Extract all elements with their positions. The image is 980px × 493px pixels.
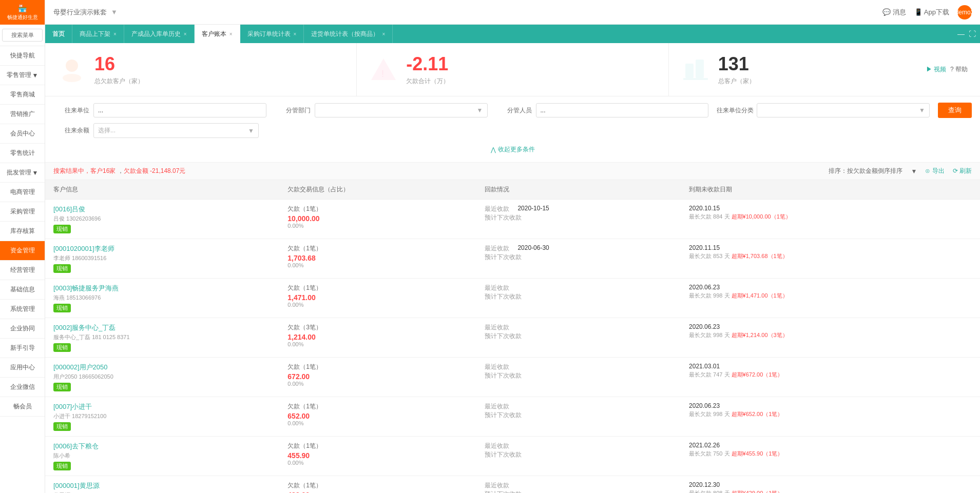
search-menu-button[interactable]: 搜索菜单 bbox=[2, 29, 43, 42]
export-icon: ⊙ bbox=[925, 167, 930, 174]
category-arrow-icon: ▼ bbox=[919, 107, 925, 114]
sidebar-item-label: 批发管理 bbox=[7, 168, 31, 177]
overdue-amount-link[interactable]: 超期¥10,000.00（1笔） bbox=[732, 213, 791, 220]
payback-cell: 最近收款 预计下次收款 bbox=[476, 279, 681, 318]
sidebar-item-ecommerce[interactable]: 电商管理 bbox=[0, 183, 45, 202]
tab-incoming-stats-close[interactable]: × bbox=[382, 31, 385, 37]
customer-badge: 现销 bbox=[53, 343, 71, 352]
debt-amount-value[interactable]: 10,000.00 bbox=[287, 214, 468, 223]
sidebar-item-retail-stats[interactable]: 零售统计 bbox=[0, 144, 45, 163]
debt-amount-value[interactable]: 1,214.00 bbox=[287, 333, 468, 341]
sidebar-item-retail-mgmt[interactable]: 零售管理 ▼ bbox=[0, 66, 45, 85]
table-row: [0002]服务中心_丁磊 服务中心_丁磊 181 0125 8371 现销 欠… bbox=[45, 318, 980, 358]
customer-info-cell: [0006]去下粮仓 陈小希 现销 bbox=[45, 437, 279, 476]
dept-select[interactable]: ▼ bbox=[315, 103, 488, 117]
tab-purchase-stats-label: 采购订单统计表 bbox=[247, 30, 291, 38]
help-btn[interactable]: ? 帮助 bbox=[950, 65, 968, 74]
overdue-amount-link[interactable]: 超期¥1,703.68（1笔） bbox=[732, 253, 788, 259]
debt-count-label: 欠款（1笔） bbox=[287, 402, 468, 411]
video-btn[interactable]: ▶ 视频 bbox=[926, 65, 946, 74]
customer-name-link[interactable]: [000001]黄思源 bbox=[53, 481, 271, 490]
tabs-bar: 首页 商品上下架 × 产成品入库单历史 × 客户账本 × 采购订单统计表 × 进… bbox=[45, 25, 980, 43]
tab-home[interactable]: 首页 bbox=[45, 25, 72, 43]
debt-amount-value[interactable]: 1,471.00 bbox=[287, 293, 468, 302]
sidebar-item-newbie[interactable]: 新手引导 bbox=[0, 339, 45, 358]
tab-product-history[interactable]: 产成品入库单历史 × bbox=[124, 25, 195, 43]
last-payment-row: 最近收款 bbox=[485, 402, 672, 411]
last-payment-row: 最近收款 2020-10-15 bbox=[485, 205, 672, 213]
dept-arrow-icon: ▼ bbox=[477, 107, 483, 114]
topbar: 母婴行业演示账套 ▼ 💬 消息 📱 App下载 demo2 bbox=[45, 0, 980, 25]
debt-amount-value[interactable]: 672.00 bbox=[287, 372, 468, 381]
payback-cell: 最近收款 预计下次收款 bbox=[476, 397, 681, 437]
debt-amount-value[interactable]: 429.00 bbox=[287, 491, 468, 493]
overdue-amount-link[interactable]: 超期¥1,214.00（3笔） bbox=[732, 332, 788, 338]
tabs-minus-icon[interactable]: — bbox=[957, 30, 965, 38]
sidebar-item-member[interactable]: 会员中心 bbox=[0, 124, 45, 144]
debt-amount-value[interactable]: 1,703.68 bbox=[287, 254, 468, 262]
sidebar-item-system[interactable]: 系统管理 bbox=[0, 300, 45, 319]
tab-purchase-stats[interactable]: 采购订单统计表 × bbox=[240, 25, 304, 43]
sidebar-item-finance[interactable]: 资金管理 bbox=[0, 241, 45, 261]
sidebar-item-operation[interactable]: 经营管理 bbox=[0, 261, 45, 280]
supplier-input[interactable]: ... bbox=[93, 103, 266, 117]
tab-purchase-stats-close[interactable]: × bbox=[294, 31, 297, 37]
sidebar-item-batch-mgmt[interactable]: 批发管理 ▼ bbox=[0, 163, 45, 183]
overdue-amount-link[interactable]: 超期¥672.00（1笔） bbox=[732, 371, 783, 378]
next-payment-label: 预计下次收款 bbox=[485, 213, 522, 222]
overdue-amount-link[interactable]: 超期¥652.00（1笔） bbox=[732, 411, 783, 417]
tab-customer-account-close[interactable]: × bbox=[229, 31, 233, 37]
overdue-date: 2020.06.23 bbox=[689, 402, 972, 409]
sidebar-item-basic-info[interactable]: 基础信息 bbox=[0, 280, 45, 300]
supplier-filter-label: 往来单位 bbox=[53, 106, 89, 115]
customer-name-link[interactable]: [0003]畅捷服务尹海燕 bbox=[53, 284, 271, 293]
overdue-date: 2020.06.23 bbox=[689, 284, 972, 291]
debt-info-cell: 欠款（1笔） 10,000.00 0.00% bbox=[279, 200, 476, 239]
sidebar-item-enterprise[interactable]: 企业协同 bbox=[0, 319, 45, 339]
next-payment-row: 预计下次收款 bbox=[485, 213, 672, 222]
sidebar-item-retail-mall[interactable]: 零售商城 bbox=[0, 85, 45, 105]
sidebar-item-purchase[interactable]: 采购管理 bbox=[0, 202, 45, 222]
debt-info-cell: 欠款（1笔） 455.90 0.00% bbox=[279, 437, 476, 476]
tab-customer-account[interactable]: 客户账本 × bbox=[195, 25, 240, 43]
debt-amount-value[interactable]: 455.90 bbox=[287, 451, 468, 460]
balance-select[interactable]: 选择... ▼ bbox=[93, 123, 259, 138]
collapse-button[interactable]: ⋀ 收起更多条件 bbox=[491, 145, 535, 154]
tab-product-offline[interactable]: 商品上下架 × bbox=[72, 25, 124, 43]
sidebar-item-wechat[interactable]: 企业微信 bbox=[0, 378, 45, 397]
customer-contact: 小进干 18279152100 bbox=[53, 412, 271, 420]
category-select[interactable]: ▼ bbox=[757, 103, 930, 117]
overdue-amount-link[interactable]: 超期¥455.90（1笔） bbox=[732, 450, 783, 457]
tab-incoming-stats[interactable]: 进货单统计表（按商品） × bbox=[304, 25, 393, 43]
debt-pct: 0.00% bbox=[287, 460, 468, 466]
results-actions: 排序：按欠款金额倒序排序 ▼ ⊙ 导出 ⟳ 刷新 bbox=[829, 167, 972, 175]
refresh-btn[interactable]: ⟳ 刷新 bbox=[953, 167, 972, 175]
customer-name-link[interactable]: [0006]去下粮仓 bbox=[53, 442, 271, 451]
next-payment-label: 预计下次收款 bbox=[485, 332, 522, 341]
search-button[interactable]: 查询 bbox=[938, 103, 972, 118]
table-row: [0001020001]李老师 李老师 18600391516 现销 欠款（1笔… bbox=[45, 239, 980, 279]
customer-name-link[interactable]: [0007]小进干 bbox=[53, 402, 271, 411]
tab-product-history-close[interactable]: × bbox=[184, 31, 187, 37]
customer-name-link[interactable]: [0016]吕俊 bbox=[53, 205, 271, 214]
sidebar-item-quick-nav[interactable]: 快捷导航 bbox=[0, 46, 45, 66]
collapse-row: ⋀ 收起更多条件 bbox=[53, 143, 972, 156]
user-avatar[interactable]: demo2 bbox=[957, 5, 972, 19]
message-btn[interactable]: 💬 消息 bbox=[882, 8, 906, 17]
tabs-expand-icon[interactable]: ⛶ bbox=[969, 30, 976, 38]
overdue-amount-link[interactable]: 超期¥429.00（1笔） bbox=[732, 490, 783, 493]
sidebar-item-apps[interactable]: 应用中心 bbox=[0, 358, 45, 378]
sidebar-item-marketing[interactable]: 营销推广 bbox=[0, 105, 45, 124]
overdue-date: 2021.02.26 bbox=[689, 442, 972, 449]
overdue-amount-link[interactable]: 超期¥1,471.00（1笔） bbox=[732, 292, 788, 299]
tab-product-offline-close[interactable]: × bbox=[113, 31, 117, 37]
customer-name-link[interactable]: [0001020001]李老师 bbox=[53, 244, 271, 253]
person-input[interactable]: ... bbox=[536, 103, 709, 117]
sidebar-item-vip[interactable]: 畅会员 bbox=[0, 397, 45, 417]
app-download-btn[interactable]: 📱 App下载 bbox=[914, 8, 949, 17]
customer-name-link[interactable]: [000002]用户2050 bbox=[53, 363, 271, 372]
sidebar-item-inventory[interactable]: 库存核算 bbox=[0, 222, 45, 241]
export-btn[interactable]: ⊙ 导出 bbox=[925, 167, 944, 175]
debt-amount-value[interactable]: 652.00 bbox=[287, 412, 468, 420]
customer-name-link[interactable]: [0002]服务中心_丁磊 bbox=[53, 323, 271, 332]
